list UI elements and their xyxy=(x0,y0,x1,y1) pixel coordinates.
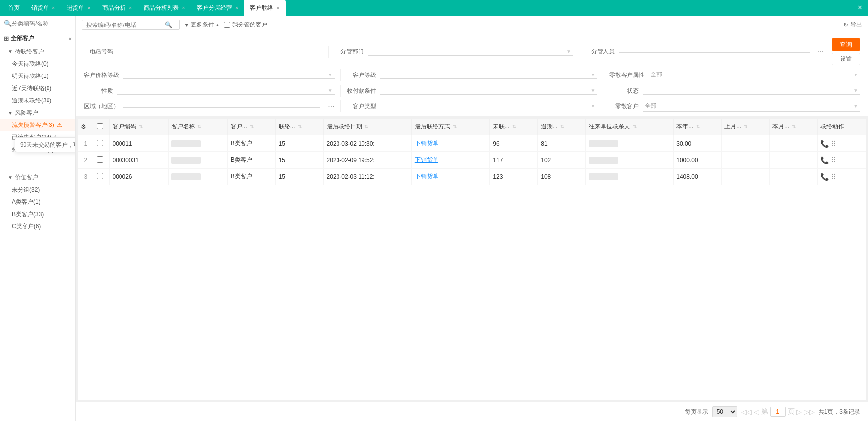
tab-purchase[interactable]: 进货单 × xyxy=(61,0,96,16)
col-person[interactable]: 往来单位联系人 ⇅ xyxy=(586,119,674,135)
sidebar-item-today[interactable]: 今天待联络(0) xyxy=(0,58,75,70)
next-page-button[interactable]: ▷ xyxy=(796,408,802,416)
more-icon[interactable]: ··· xyxy=(818,48,824,56)
tab-sales[interactable]: 销货单 × xyxy=(25,0,61,16)
sidebar-item-c-class[interactable]: C类客户(6) xyxy=(0,221,75,233)
all-customers-header[interactable]: ⊞ 全部客户 « xyxy=(0,31,75,46)
first-page-button[interactable]: ◁◁ xyxy=(741,408,752,416)
sidebar-item-7days[interactable]: 近7天待联络(0) xyxy=(0,82,75,95)
row-last-way[interactable]: 下销货单 xyxy=(411,135,490,152)
sidebar-item-churn-warning[interactable]: 流失预警客户(3) ⚠ xyxy=(0,119,75,131)
row-checkbox[interactable] xyxy=(97,156,103,163)
row-checkbox-cell[interactable] xyxy=(94,135,109,152)
page-input[interactable] xyxy=(770,407,786,417)
page-size-select[interactable]: 50 100 xyxy=(712,406,737,417)
customer-level-select[interactable]: ▼ xyxy=(380,71,598,79)
close-icon[interactable]: × xyxy=(129,5,132,11)
prev-page-button[interactable]: ◁ xyxy=(754,408,759,416)
row-checkbox-cell[interactable] xyxy=(94,169,109,185)
sidebar-group-risk[interactable]: ▼ 风险客户 xyxy=(0,107,75,119)
row-level: B类客户 xyxy=(227,152,275,169)
contact-action-icon[interactable]: 📞 xyxy=(820,173,829,181)
dept-select[interactable]: ▼ xyxy=(368,48,573,56)
col-overdue[interactable]: 逾期... ⇅ xyxy=(538,119,586,135)
tab-home[interactable]: 首页 xyxy=(2,0,25,16)
payment-select[interactable]: ▼ xyxy=(380,87,598,95)
close-icon[interactable]: × xyxy=(87,5,90,11)
tab-goods-analysis[interactable]: 商品分析 × xyxy=(96,0,138,16)
row-checkbox[interactable] xyxy=(97,140,103,146)
blurred-person xyxy=(589,173,618,180)
col-settings[interactable]: ⚙ xyxy=(78,119,94,135)
sidebar-item-a-class[interactable]: A类客户(1) xyxy=(0,196,75,208)
contact-way-link[interactable]: 下销货单 xyxy=(415,173,438,180)
col-last-month[interactable]: 上月... ⇅ xyxy=(722,119,770,135)
my-customer-checkbox[interactable] xyxy=(224,22,230,28)
chevron-icon: ▲ xyxy=(215,22,220,27)
sort-icon: ⇅ xyxy=(364,124,368,129)
customer-type-select[interactable]: ▼ xyxy=(380,102,598,110)
contact-action-icon[interactable]: 📞 xyxy=(820,156,829,164)
person-select[interactable] xyxy=(619,50,810,53)
status-select[interactable]: ▼ xyxy=(643,87,860,95)
col-this-month[interactable]: 本月... ⇅ xyxy=(770,119,818,135)
col-contact-count[interactable]: 联络... ⇅ xyxy=(275,119,323,135)
export-button[interactable]: ↻ 导出 xyxy=(844,21,862,29)
close-icon[interactable]: × xyxy=(276,5,279,11)
filter-cell-nature: 性质 ▼ xyxy=(84,87,335,95)
sidebar-item-tomorrow[interactable]: 明天待联络(1) xyxy=(0,70,75,82)
price-level-select[interactable]: ▼ xyxy=(123,71,335,79)
search-input[interactable] xyxy=(86,22,165,28)
more-action-icon[interactable]: ⠿ xyxy=(831,140,836,148)
sidebar-item-overdue[interactable]: 逾期未联络(30) xyxy=(0,95,75,107)
query-button[interactable]: 查询 xyxy=(832,38,860,51)
col-last-way[interactable]: 最后联络方式 ⇅ xyxy=(411,119,490,135)
sidebar-item-ungroup[interactable]: 未分组(32) xyxy=(0,184,75,196)
tab-goods-analysis-list[interactable]: 商品分析列表 × xyxy=(138,0,191,16)
contact-way-link[interactable]: 下销货单 xyxy=(415,156,438,163)
phone-input[interactable] xyxy=(117,47,322,56)
col-code[interactable]: 客户编码 ⇅ xyxy=(109,119,169,135)
row-name xyxy=(169,135,228,152)
sidebar-group-value[interactable]: ▼ 价值客户 xyxy=(0,172,75,184)
grid-icon: ⊞ xyxy=(4,35,9,42)
row-last-way[interactable]: 下销货单 xyxy=(411,169,490,185)
my-customer-check[interactable]: 我分管的客户 xyxy=(224,21,267,29)
row-last-way[interactable]: 下销货单 xyxy=(411,152,490,169)
more-action-icon[interactable]: ⠿ xyxy=(831,156,836,164)
sidebar-group-pending[interactable]: ▼ 待联络客户 xyxy=(0,46,75,58)
close-icon[interactable]: × xyxy=(182,5,185,11)
more-icon[interactable]: ··· xyxy=(328,102,334,111)
last-page-button[interactable]: ▷▷ xyxy=(804,408,815,416)
tab-customer-tier[interactable]: 客户分层经营 × xyxy=(191,0,244,16)
close-all-button[interactable]: × xyxy=(854,3,866,12)
row-checkbox-cell[interactable] xyxy=(94,152,109,169)
more-action-icon[interactable]: ⠿ xyxy=(831,173,836,181)
settings-button[interactable]: 设置 xyxy=(832,53,860,65)
col-this-year[interactable]: 本年... ⇅ xyxy=(674,119,722,135)
col-level[interactable]: 客户... ⇅ xyxy=(227,119,275,135)
tab-customer-contact[interactable]: 客户联络 × xyxy=(244,0,285,16)
search-submit-icon[interactable]: 🔍 xyxy=(165,21,172,28)
nature-select[interactable]: ▼ xyxy=(117,87,335,95)
region-select[interactable] xyxy=(123,105,320,108)
select-all-checkbox[interactable] xyxy=(97,123,103,129)
sidebar-search-input[interactable] xyxy=(12,20,76,27)
contact-way-link[interactable]: 下销货单 xyxy=(415,140,438,147)
filter-cell-price-level: 客户价格等级 ▼ xyxy=(84,71,335,79)
sidebar-item-b-class[interactable]: B类客户(33) xyxy=(0,208,75,221)
collapse-icon[interactable]: « xyxy=(68,35,72,42)
contact-action-icon[interactable]: 📞 xyxy=(820,140,829,148)
col-name[interactable]: 客户名称 ⇅ xyxy=(169,119,228,135)
col-unlinked[interactable]: 未联... ⇅ xyxy=(490,119,538,135)
more-filter-button[interactable]: ▼ 更多条件 ▲ xyxy=(184,21,220,29)
zero-customer-select[interactable]: 全部 ▼ xyxy=(643,101,860,112)
close-icon[interactable]: × xyxy=(235,5,238,11)
close-icon[interactable]: × xyxy=(52,5,55,11)
row-checkbox[interactable] xyxy=(97,173,103,179)
filter-form: 电话号码 分管部门 ▼ 分管人员 ··· xyxy=(76,34,868,117)
col-last-date[interactable]: 最后联络日期 ⇅ xyxy=(323,119,411,135)
zero-attr-select[interactable]: 全部 ▼ xyxy=(649,70,860,80)
sidebar: 🔍 ⊞ 全部客户 « ▼ 待联络客户 今天待联络(0) 明天待联络(1) 近7天… xyxy=(0,16,76,421)
col-checkbox[interactable] xyxy=(94,119,109,135)
